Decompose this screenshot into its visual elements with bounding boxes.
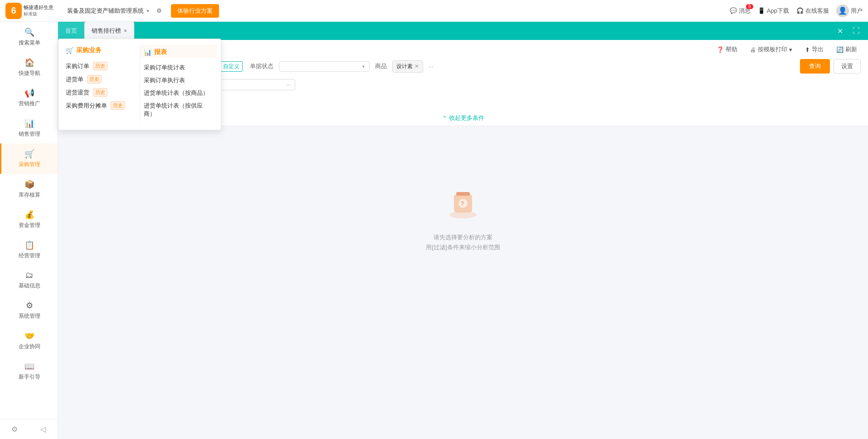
settings-icon-btn[interactable]: ⚙ — [153, 5, 166, 17]
main-area: 🔍 搜索菜单 🏠 快捷导航 📢 营销推广 📊 销售管理 🛒 采购管理 📦 — [0, 22, 868, 439]
sidebar-label-system: 系统管理 — [19, 312, 40, 320]
menu-item-report-in-goods[interactable]: 进货单统计表（按商品） — [144, 89, 214, 97]
sidebar-bottom: ⚙ ◁ — [0, 419, 58, 439]
menu-item-purchase-in[interactable]: 进货单 历史 — [66, 75, 136, 84]
help-btn[interactable]: ❓ 帮助 — [713, 44, 741, 55]
tab-maximize-btn[interactable]: ⛶ — [850, 25, 863, 37]
online-service-label: 在线客服 — [805, 7, 829, 15]
enterprise-icon: 🤝 — [24, 331, 34, 341]
menu-item-report-order-stats[interactable]: 采购订单统计表 — [144, 64, 214, 72]
sidebar-item-system[interactable]: ⚙ 系统管理 — [0, 295, 58, 326]
menu-item-report-in-supplier[interactable]: 进货单统计表（按供应商） — [144, 102, 214, 118]
collapse-btn[interactable]: ⌃ 收起更多条件 — [442, 114, 484, 122]
sidebar-item-basic-info[interactable]: 🗂 基础信息 — [0, 265, 58, 295]
content-area: 首页 销售排行榜 × ✕ ⛶ ❓ — [58, 22, 868, 439]
logo-line2: 标准版 — [24, 11, 54, 17]
print-btn[interactable]: 🖨 按模板打印 ▾ — [746, 44, 796, 55]
headset-icon: 🎧 — [796, 7, 804, 14]
tab-sales-rank[interactable]: 销售排行榜 × — [84, 22, 134, 40]
top-right: 💬 消息 9 📱 App下载 🎧 在线客服 👤 用户 — [730, 5, 863, 17]
sidebar-settings-btn[interactable]: ⚙ — [0, 419, 29, 439]
top-bar: 6 畅捷通好生意 标准版 装备及固定资产辅助管理系统 ▾ ⚙ 体验行业方案 💬 … — [0, 0, 868, 22]
inventory-icon: 📦 — [24, 179, 34, 189]
tab-home-label: 首页 — [65, 27, 77, 35]
purchase-menu-icon: 🛒 — [66, 47, 73, 54]
export-btn[interactable]: ⬆ 导出 — [801, 44, 827, 55]
user-avatar: 👤 — [836, 5, 849, 17]
settings-btn[interactable]: 设置 — [834, 59, 861, 74]
messages-btn[interactable]: 💬 消息 9 — [730, 7, 751, 15]
date-custom-btn[interactable]: 自定义 — [220, 61, 243, 72]
sidebar-item-guide[interactable]: 📖 新手引导 — [0, 356, 58, 386]
guide-icon: 📖 — [24, 361, 34, 371]
menu-item-purchase-order[interactable]: 采购订单 历史 — [66, 62, 136, 70]
app-download-btn[interactable]: 📱 App下载 — [758, 7, 789, 15]
print-icon: 🖨 — [750, 46, 756, 53]
sidebar-item-sales[interactable]: 📊 销售管理 — [0, 113, 58, 143]
sidebar-item-enterprise[interactable]: 🤝 企业协同 — [0, 326, 58, 356]
purchase-expense-label: 采购费用分摊单 — [66, 102, 107, 110]
collapse-label: 收起更多条件 — [449, 114, 484, 122]
menu-item-report-order-exec[interactable]: 采购订单执行表 — [144, 76, 214, 84]
sidebar-item-inventory[interactable]: 📦 库存核算 — [0, 174, 58, 204]
empty-state: ? 请先选择要分析的方案 用[过滤]条件来缩小分析范围 — [58, 126, 868, 308]
online-service-btn[interactable]: 🎧 在线客服 — [796, 7, 829, 15]
tab-home[interactable]: 首页 — [58, 22, 84, 40]
sidebar-item-finance[interactable]: 💰 资金管理 — [0, 204, 58, 235]
goods-tag-close[interactable]: ✕ — [414, 63, 419, 69]
sidebar-item-marketing[interactable]: 📢 营销推广 — [0, 83, 58, 113]
goods-label: 商品 — [375, 62, 387, 70]
print-label: 按模板打印 — [758, 45, 787, 54]
purchase-menu-title-label: 采购业务 — [76, 46, 102, 54]
menu-item-purchase-return[interactable]: 进货退货 历史 — [66, 88, 136, 97]
purchase-expense-history[interactable]: 历史 — [111, 101, 125, 110]
top-nav: 装备及固定资产辅助管理系统 ▾ ⚙ 体验行业方案 — [63, 4, 730, 18]
empty-line1: 请先选择要分析的方案 — [434, 233, 493, 242]
home-icon: 🏠 — [24, 58, 34, 68]
sidebar-label-finance: 资金管理 — [19, 222, 40, 229]
sidebar-item-purchase[interactable]: 🛒 采购管理 — [0, 143, 58, 174]
sidebar-label-quick-nav: 快捷导航 — [19, 69, 40, 77]
messages-badge: 9 — [746, 4, 753, 9]
query-btn[interactable]: 查询 — [800, 59, 830, 74]
empty-line2: 用[过滤]条件来缩小分析范围 — [426, 243, 500, 252]
menu-item-purchase-expense[interactable]: 采购费用分摊单 历史 — [66, 101, 136, 110]
purchase-return-history[interactable]: 历史 — [93, 88, 107, 97]
goods-more-dots[interactable]: ··· — [429, 63, 434, 70]
refresh-label: 刷新 — [845, 45, 857, 54]
user-btn[interactable]: 👤 用户 — [836, 5, 863, 17]
title-dropdown-arrow[interactable]: ▾ — [146, 8, 149, 14]
industry-btn[interactable]: 体验行业方案 — [171, 4, 219, 18]
sidebar-item-search[interactable]: 🔍 搜索菜单 — [0, 22, 58, 52]
purchase-order-label: 采购订单 — [66, 62, 89, 70]
goods-tag: 设计素 ✕ — [392, 60, 423, 73]
sidebar-collapse-btn[interactable]: ◁ — [29, 419, 58, 439]
tab-sales-rank-label: 销售排行榜 — [92, 27, 121, 35]
tab-close-icon[interactable]: × — [124, 28, 127, 34]
reports-column-title: 📊 报表 — [140, 44, 218, 58]
system-icon: ⚙ — [26, 301, 33, 311]
report-in-supplier-label: 进货单统计表（按供应商） — [144, 102, 214, 118]
sidebar-item-operations[interactable]: 📋 经营管理 — [0, 235, 58, 265]
logo-line1: 畅捷通好生意 — [24, 4, 54, 10]
report-order-stats-label: 采购订单统计表 — [144, 64, 185, 72]
goods-tag-value: 设计素 — [396, 63, 413, 70]
marketing-icon: 📢 — [24, 88, 34, 98]
message-icon: 💬 — [730, 7, 737, 14]
reports-menu-column: 📊 报表 采购订单统计表 采购订单执行表 进货单统计表（按商品） 进货单统计表（… — [144, 46, 214, 123]
doc-status-select[interactable]: ▾ — [279, 61, 370, 72]
refresh-btn[interactable]: 🔄 刷新 — [833, 44, 861, 55]
sidebar-label-basic-info: 基础信息 — [19, 282, 40, 290]
sidebar-label-enterprise: 企业协同 — [19, 343, 40, 350]
finance-icon: 💰 — [24, 210, 34, 220]
export-icon: ⬆ — [805, 46, 810, 53]
collapse-arrow-icon: ⌃ — [442, 115, 447, 122]
sidebar-item-quick-nav[interactable]: 🏠 快捷导航 — [0, 52, 58, 83]
purchase-menu-column: 🛒 采购业务 采购订单 历史 进货单 历史 进货退货 历史 — [66, 46, 136, 123]
purchase-in-history[interactable]: 历史 — [87, 75, 102, 84]
purchase-return-label: 进货退货 — [66, 89, 89, 97]
purchase-order-history[interactable]: 历史 — [93, 62, 107, 70]
report-in-goods-label: 进货单统计表（按商品） — [144, 89, 209, 97]
tab-close-window-btn[interactable]: ✕ — [834, 25, 846, 37]
tab-bar: 首页 销售排行榜 × ✕ ⛶ — [58, 22, 868, 40]
